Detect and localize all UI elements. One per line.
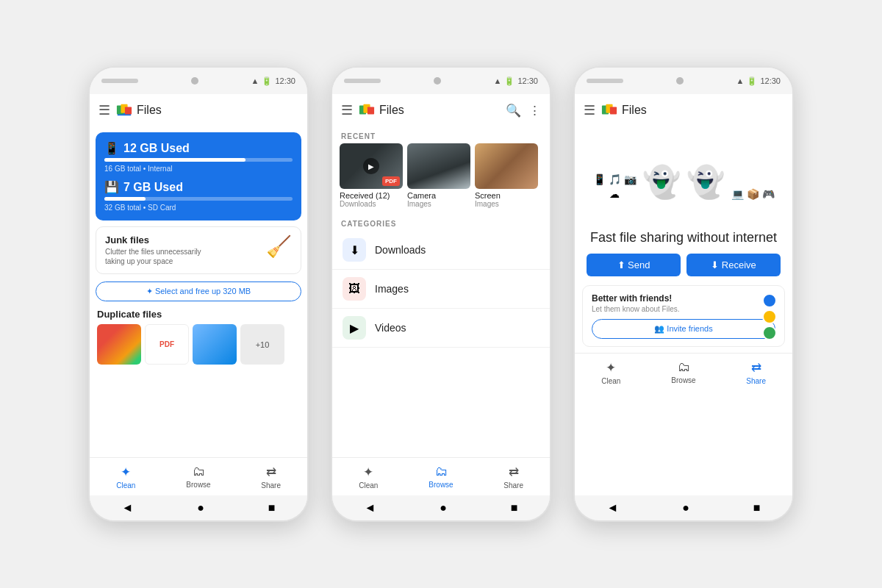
receive-button[interactable]: ⬇ Receive [686, 254, 781, 276]
send-button[interactable]: ⬆ Send [587, 254, 681, 276]
menu-icon-2[interactable]: ☰ [341, 102, 353, 118]
dup-thumb-1 [97, 324, 141, 365]
invite-friends-button[interactable]: 👥 Invite friends [592, 319, 775, 339]
phone-speaker-1 [101, 79, 138, 83]
share-illustration: 📱 🎵 📷 ☁ 👻 👻 💻 📦 🎮 [575, 126, 792, 229]
share-icon-1: ⇄ [266, 465, 276, 480]
floating-icons-right: 💻 📦 🎮 [731, 188, 775, 200]
junk-description: Clutter the files unnecessarily taking u… [105, 247, 223, 266]
storage-sd-bar-fill [104, 197, 146, 201]
phone-top-bar-1: ▲ 🔋 12:30 [90, 68, 307, 94]
share-icon-2: ⇄ [509, 465, 519, 480]
clean-label-2: Clean [359, 481, 378, 490]
storage-card-1: 📱 12 GB Used 16 GB total • Internal 💾 7 … [96, 132, 301, 220]
phone-status-3: ▲ 🔋 12:30 [736, 76, 781, 86]
recent-button-2[interactable]: ■ [511, 501, 518, 514]
nav-clean-1[interactable]: ✦ Clean [90, 458, 162, 495]
nav-browse-1[interactable]: 🗂 Browse [162, 458, 235, 495]
recent-thumb-camera [407, 143, 470, 189]
svg-rect-8 [610, 107, 617, 114]
app-toolbar-2: ☰ Files 🔍 ⋮ [332, 94, 550, 126]
battery-icon-2: 🔋 [504, 76, 514, 86]
menu-icon-1[interactable]: ☰ [98, 102, 110, 118]
phone-icon: 📱 [104, 141, 119, 155]
menu-icon-3[interactable]: ☰ [584, 102, 595, 118]
battery-icon-3: 🔋 [747, 76, 757, 86]
recent-item-screen[interactable]: Screen Images [475, 143, 538, 208]
svg-rect-5 [368, 107, 374, 114]
recent-sub-received: Downloads [340, 200, 403, 208]
signal-icon-1: ▲ [251, 76, 259, 85]
phone-screen-1: ☰ Files 📱 [90, 94, 307, 495]
recent-item-camera[interactable]: Camera Images [407, 143, 470, 208]
search-icon-2[interactable]: 🔍 [506, 103, 521, 118]
friends-avatars [762, 293, 777, 340]
share-label-1: Share [261, 481, 281, 490]
browse-label-1: Browse [186, 481, 210, 489]
home-button-1[interactable]: ● [197, 501, 204, 514]
nav-clean-3[interactable]: ✦ Clean [575, 354, 648, 391]
dup-thumb-3 [193, 324, 237, 365]
browse-icon-3: 🗂 [678, 360, 690, 375]
phone-screen-3: ☰ Files 📱 🎵 📷 [575, 94, 792, 495]
recent-button-1[interactable]: ■ [268, 501, 276, 514]
category-videos[interactable]: ▶ Videos [332, 309, 550, 348]
recent-button-3[interactable]: ■ [753, 501, 761, 514]
duplicate-thumbs: PDF +10 [97, 324, 300, 365]
back-button-1[interactable]: ◄ [121, 501, 133, 514]
phone-bottom-bar-2: ◄ ● ■ [332, 495, 550, 520]
storage-internal-bar-fill [104, 158, 245, 162]
downloads-icon: ⬇ [343, 238, 366, 262]
home-button-2[interactable]: ● [440, 501, 447, 514]
nav-share-3[interactable]: ⇄ Share [720, 354, 792, 391]
time-1: 12:30 [275, 76, 295, 85]
app-title-area-1: Files [116, 102, 298, 118]
downloads-label: Downloads [375, 244, 426, 256]
category-downloads[interactable]: ⬇ Downloads [332, 231, 550, 270]
nav-browse-3[interactable]: 🗂 Browse [648, 354, 720, 391]
share-headline-text: Fast file sharing without internet [589, 229, 778, 246]
recent-label: RECENT [332, 126, 550, 143]
recent-item-received[interactable]: ▶ PDF Received (12) Downloads [340, 143, 403, 208]
share-label-2: Share [503, 481, 523, 490]
play-icon: ▶ [363, 158, 379, 174]
time-3: 12:30 [760, 76, 781, 85]
back-button-3[interactable]: ◄ [606, 501, 618, 514]
phone-clean: ▲ 🔋 12:30 ☰ Files [88, 66, 309, 522]
category-images[interactable]: 🖼 Images [332, 270, 550, 309]
phones-container: ▲ 🔋 12:30 ☰ Files [88, 66, 794, 522]
storage-internal-bar-bg [104, 158, 293, 162]
phone-share: ▲ 🔋 12:30 ☰ Files [573, 66, 794, 522]
phone-top-bar-3: ▲ 🔋 12:30 [575, 68, 792, 94]
toolbar-icons-2: 🔍 ⋮ [506, 103, 541, 118]
ghost-container: 📱 🎵 📷 ☁ 👻 👻 💻 📦 🎮 [592, 164, 775, 200]
floating-icons-left: 📱 🎵 📷 ☁ [592, 173, 637, 200]
home-button-3[interactable]: ● [682, 501, 689, 514]
app-toolbar-1: ☰ Files [90, 94, 307, 126]
images-label: Images [375, 283, 409, 295]
phone-speaker-2 [344, 79, 381, 83]
app-title-3: Files [622, 104, 647, 117]
free-up-button[interactable]: ✦ Select and free up 320 MB [96, 282, 301, 301]
float-icon-6: 📦 [747, 188, 759, 200]
nav-share-2[interactable]: ⇄ Share [477, 458, 550, 495]
browse-icon-2: 🗂 [435, 465, 448, 479]
phone-bottom-bar-1: ◄ ● ■ [90, 495, 307, 520]
time-2: 12:30 [517, 76, 538, 85]
nav-browse-2[interactable]: 🗂 Browse [405, 458, 478, 495]
storage-sd: 💾 7 GB Used 32 GB total • SD Card [104, 180, 293, 212]
more-icon-2[interactable]: ⋮ [528, 103, 541, 118]
nav-clean-2[interactable]: ✦ Clean [332, 458, 405, 495]
files-logo-1 [116, 102, 132, 118]
browse-label-2: Browse [429, 481, 453, 489]
float-icon-5: 💻 [731, 188, 744, 200]
junk-title: Junk files [105, 234, 223, 245]
nav-share-1[interactable]: ⇄ Share [234, 458, 307, 495]
storage-sd-sub: 32 GB total • SD Card [104, 204, 293, 212]
battery-icon-1: 🔋 [262, 76, 272, 86]
recent-sub-screen: Images [475, 200, 538, 208]
app-title-2: Files [379, 104, 404, 117]
bottom-nav-3: ✦ Clean 🗂 Browse ⇄ Share [575, 353, 792, 391]
storage-sd-bar-bg [104, 197, 293, 201]
back-button-2[interactable]: ◄ [364, 501, 376, 514]
